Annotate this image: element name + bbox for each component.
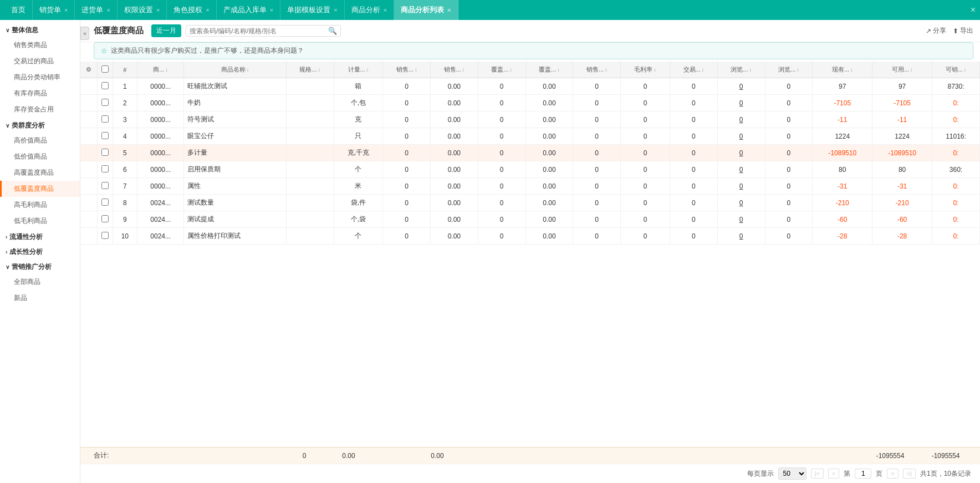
checkbox-col-header[interactable] [97,62,113,78]
sidebar-item-traded-goods[interactable]: 交易过的商品 [0,53,80,69]
next-page-button[interactable]: > [887,469,898,479]
table-wrapper[interactable]: ⚙ # 商...↕ 商品名称↕ 规格...↕ 计量...↕ 销售...↕ 销售.… [80,62,980,447]
section-growth[interactable]: › 成长性分析 [0,244,80,259]
close-roles-icon[interactable]: × [206,7,209,13]
row-checkbox[interactable] [101,99,109,106]
browse1-cell[interactable]: 0 [717,195,765,211]
row-checkbox[interactable] [101,115,109,123]
nav-tab-permissions[interactable]: 权限设置 × [118,0,167,20]
close-sales-icon[interactable]: × [64,7,68,13]
sales-qty-col-header[interactable]: 销售...↕ [383,62,431,78]
close-analysis-list-icon[interactable]: × [447,7,451,13]
available-col-header[interactable]: 可用...↕ [872,62,932,78]
sales3-col-header[interactable]: 销售...↕ [573,62,621,78]
section-cluster[interactable]: ∨ 类群度分析 [0,118,80,133]
browse1-cell[interactable]: 0 [717,228,765,245]
filter-recent-month-button[interactable]: 近一月 [151,24,181,37]
section-overall[interactable]: ∨ 整体信息 [0,22,80,37]
sidebar-item-new-goods[interactable]: 新品 [0,290,80,306]
nav-tab-inbound[interactable]: 产成品入库单 × [217,0,280,20]
unit-col-header[interactable]: 计量...↕ [334,62,383,78]
close-analysis-icon[interactable]: × [384,7,387,13]
nav-tab-analysis-list[interactable]: 商品分析列表 × [394,0,458,20]
browse1-cell[interactable]: 0 [717,178,765,195]
checkbox-cell[interactable] [97,145,113,161]
first-page-button[interactable]: |< [811,469,824,479]
last-page-button[interactable]: >| [903,469,916,479]
browse1-col-header[interactable]: 浏览...↕ [717,62,765,78]
browse2-col-header[interactable]: 浏览...↕ [765,62,813,78]
sidebar-item-high-coverage[interactable]: 高覆盖度商品 [0,165,80,181]
browse1-cell[interactable]: 0 [717,78,765,95]
sidebar-item-high-value[interactable]: 高价值商品 [0,133,80,149]
sidebar-item-all-goods[interactable]: 全部商品 [0,274,80,290]
nav-tab-sales[interactable]: 销货单 × [33,0,75,20]
row-checkbox[interactable] [101,199,109,206]
settings-col-header[interactable]: ⚙ [80,62,97,78]
name-col-header[interactable]: 商品名称↕ [184,62,287,78]
sidebar-item-category-rate[interactable]: 商品分类动销率 [0,69,80,85]
row-checkbox[interactable] [101,232,109,239]
unit-cell: 袋,件 [334,195,383,211]
nav-tab-purchase[interactable]: 进货单 × [75,0,117,20]
page-number-input[interactable] [855,469,871,479]
section-marketing[interactable]: ∨ 营销推广分析 [0,259,80,274]
row-checkbox[interactable] [101,215,109,222]
row-checkbox[interactable] [101,132,109,139]
sidebar-item-low-margin[interactable]: 低毛利商品 [0,213,80,229]
saleable-col-header[interactable]: 可销...↕ [932,62,980,78]
sidebar-item-capital[interactable]: 库存资金占用 [0,101,80,118]
checkbox-cell[interactable] [97,161,113,178]
checkbox-cell[interactable] [97,178,113,195]
close-permissions-icon[interactable]: × [156,7,160,13]
checkbox-cell[interactable] [97,78,113,95]
per-page-select[interactable]: 50 20 100 200 [778,467,807,480]
checkbox-cell[interactable] [97,228,113,245]
browse1-cell[interactable]: 0 [717,128,765,145]
browse1-cell[interactable]: 0 [717,211,765,228]
close-inbound-icon[interactable]: × [270,7,273,13]
close-all-button[interactable]: × [971,5,976,15]
sidebar-item-low-coverage[interactable]: 低覆盖度商品 [0,181,80,197]
sidebar-item-high-margin[interactable]: 高毛利商品 [0,197,80,213]
export-button[interactable]: ⬆ 导出 [953,26,973,35]
close-purchase-icon[interactable]: × [106,7,110,13]
browse1-cell[interactable]: 0 [717,111,765,128]
browse1-cell[interactable]: 0 [717,145,765,161]
checkbox-cell[interactable] [97,111,113,128]
spec-col-header[interactable]: 规格...↕ [286,62,334,78]
checkbox-cell[interactable] [97,95,113,111]
close-template-icon[interactable]: × [334,7,337,13]
code-col-header[interactable]: 商...↕ [137,62,184,78]
browse1-cell[interactable]: 0 [717,161,765,178]
select-all-checkbox[interactable] [101,65,109,73]
collapse-sidebar-button[interactable]: « [80,27,89,40]
prev-page-button[interactable]: < [828,469,839,479]
cover2-col-header[interactable]: 覆盖...↕ [525,62,573,78]
sales-amt-col-header[interactable]: 销售...↕ [430,62,478,78]
cover1-col-header[interactable]: 覆盖...↕ [478,62,525,78]
row-checkbox[interactable] [101,165,109,172]
gross-col-header[interactable]: 毛利率↕ [621,62,670,78]
share-button[interactable]: ↗ 分享 [926,26,946,35]
nav-tab-home[interactable]: 首页 [4,0,33,20]
sidebar-item-low-value[interactable]: 低价值商品 [0,149,80,165]
section-circulation[interactable]: › 流通性分析 [0,229,80,244]
checkbox-cell[interactable] [97,211,113,228]
cover1-cell: 0 [478,161,525,178]
nav-tab-analysis[interactable]: 商品分析 × [345,0,394,20]
trade-col-header[interactable]: 交易...↕ [670,62,717,78]
sidebar-item-sales-goods[interactable]: 销售类商品 [0,37,80,53]
checkbox-cell[interactable] [97,195,113,211]
row-checkbox[interactable] [101,149,109,156]
checkbox-cell[interactable] [97,128,113,145]
nav-tab-template[interactable]: 单据模板设置 × [280,0,344,20]
row-checkbox[interactable] [101,182,109,189]
search-input[interactable] [190,27,328,35]
nav-tab-roles[interactable]: 角色授权 × [167,0,216,20]
stock-col-header[interactable]: 现有...↕ [813,62,872,78]
sidebar-item-in-stock[interactable]: 有库存商品 [0,85,80,101]
search-icon[interactable]: 🔍 [328,27,337,35]
browse1-cell[interactable]: 0 [717,95,765,111]
row-checkbox[interactable] [101,82,109,89]
